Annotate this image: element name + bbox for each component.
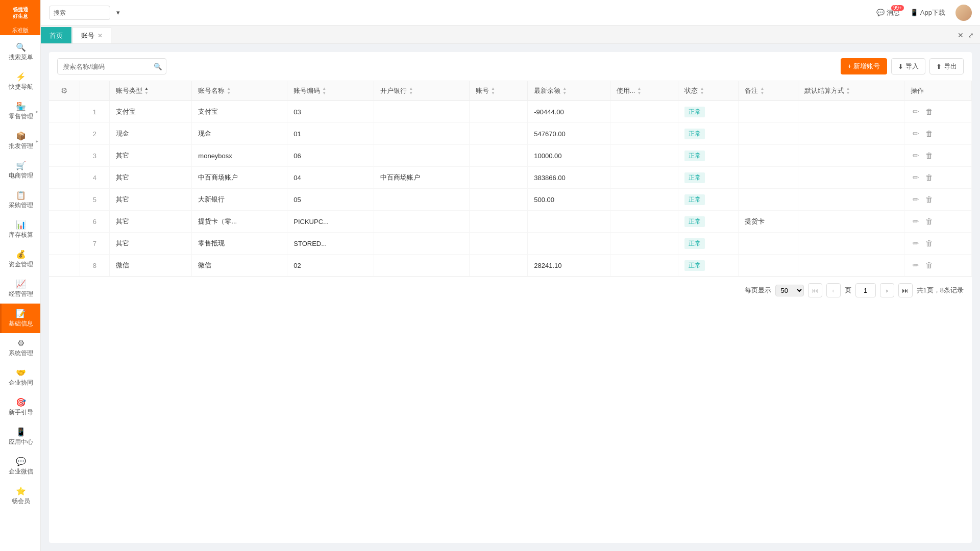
td-default-settlement: [798, 255, 904, 277]
edit-button[interactable]: ✏: [911, 238, 921, 249]
td-account-no: [470, 189, 528, 211]
status-badge: 正常: [684, 129, 705, 139]
th-account-code[interactable]: 账号编码 ▲ ▼: [287, 81, 374, 101]
sidebar-item-retail-mgmt[interactable]: 🏪 零售管理 ▸: [0, 96, 40, 126]
th-settings[interactable]: ⚙: [49, 81, 80, 101]
page-input[interactable]: [855, 283, 876, 297]
sidebar-item-vip-member[interactable]: ⭐ 畅会员: [0, 481, 40, 511]
logo-image: 畅捷通好生意: [8, 3, 33, 23]
td-account-code: 02: [287, 255, 374, 277]
delete-button[interactable]: 🗑: [923, 260, 935, 270]
sidebar-item-purchase-mgmt[interactable]: 📋 采购管理: [0, 185, 40, 215]
sidebar-item-ecommerce-mgmt[interactable]: 🛒 电商管理: [0, 156, 40, 185]
sidebar-item-capital-mgmt[interactable]: 💰 资金管理: [0, 244, 40, 274]
gear-icon[interactable]: ⚙: [61, 86, 67, 95]
edit-button[interactable]: ✏: [911, 106, 921, 117]
sidebar-item-label: 应用中心: [9, 438, 33, 446]
sidebar-item-search-menu[interactable]: 🔍 搜索菜单: [0, 37, 40, 67]
tab-maximize-icon[interactable]: ⤢: [968, 31, 974, 39]
sidebar-item-system-mgmt[interactable]: ⚙ 系统管理: [0, 333, 40, 363]
sidebar-item-app-center[interactable]: 📱 应用中心: [0, 422, 40, 452]
topbar-left: ▾: [49, 6, 120, 20]
td-account-no: [470, 255, 528, 277]
td-status: 正常: [678, 145, 739, 167]
td-settings-cell: [49, 211, 80, 233]
status-badge: 正常: [684, 151, 705, 161]
td-remark: [739, 255, 798, 277]
sidebar-item-enterprise-agree[interactable]: 🤝 企业协同: [0, 363, 40, 392]
td-account-name: 提货卡（零...: [192, 211, 287, 233]
search-input[interactable]: [58, 63, 150, 70]
tab-close-window-icon[interactable]: ✕: [958, 31, 964, 39]
td-actions: ✏ 🗑: [904, 101, 972, 123]
edit-button[interactable]: ✏: [911, 194, 921, 205]
sidebar-item-operations-mgmt[interactable]: 📈 经营管理: [0, 274, 40, 304]
edit-button[interactable]: ✏: [911, 150, 921, 161]
td-bank: [374, 233, 470, 255]
tab-account[interactable]: 账号 ✕: [72, 27, 111, 43]
retail-icon: 🏪: [16, 102, 26, 111]
message-icon: 💬: [876, 9, 885, 16]
edit-button[interactable]: ✏: [911, 260, 921, 271]
export-button[interactable]: ⬆ 导出: [929, 58, 964, 74]
td-actions: ✏ 🗑: [904, 233, 972, 255]
sort-icon: ▲ ▼: [846, 87, 850, 95]
page-size-select[interactable]: 50 20 100: [775, 285, 804, 296]
th-default-settlement[interactable]: 默认结算方式 ▲ ▼: [798, 81, 904, 101]
td-usage: [610, 101, 678, 123]
search-box: 🔍: [57, 58, 166, 74]
import-button[interactable]: ⬇ 导入: [891, 58, 925, 74]
delete-button[interactable]: 🗑: [923, 128, 935, 139]
sidebar-item-beginner-guide[interactable]: 🎯 新手引导: [0, 392, 40, 422]
first-page-button[interactable]: ⏮: [808, 283, 822, 297]
sort-icon: ▲ ▼: [491, 87, 495, 95]
sort-down-icon: ▼: [700, 91, 704, 95]
next-page-button[interactable]: ›: [880, 283, 894, 297]
edit-button[interactable]: ✏: [911, 216, 921, 227]
th-remark[interactable]: 备注 ▲ ▼: [739, 81, 798, 101]
delete-button[interactable]: 🗑: [923, 238, 935, 248]
sidebar-nav: 🔍 搜索菜单 ⚡ 快捷导航 🏪 零售管理 ▸ 📦 批发管理 ▸ 🛒 电商管理 📋…: [0, 35, 40, 551]
th-status[interactable]: 状态 ▲ ▼: [678, 81, 739, 101]
app-download-button[interactable]: 📱 App下载: [910, 8, 945, 17]
td-remark: [739, 145, 798, 167]
export-label: 导出: [944, 62, 957, 71]
delete-button[interactable]: 🗑: [923, 216, 935, 227]
message-button[interactable]: 💬 消息 99+: [876, 8, 900, 17]
table-row: 5 其它 大新银行 05 500.00 正常 ✏ 🗑: [49, 189, 972, 211]
tab-home[interactable]: 首页: [41, 27, 71, 43]
edit-button[interactable]: ✏: [911, 128, 921, 139]
td-default-settlement: [798, 167, 904, 189]
th-latest-balance[interactable]: 最新余额 ▲ ▼: [528, 81, 610, 101]
sort-icon: ▲ ▼: [144, 87, 149, 95]
beginner-icon: 🎯: [16, 397, 26, 407]
sidebar-item-inventory-check[interactable]: 📊 库存核算: [0, 215, 40, 244]
sidebar-item-enterprise-wechat[interactable]: 💬 企业微信: [0, 452, 40, 481]
td-account-type: 现金: [109, 123, 191, 145]
delete-button[interactable]: 🗑: [923, 106, 935, 117]
th-account-type[interactable]: 账号类型 ▲ ▼: [109, 81, 191, 101]
avatar[interactable]: [955, 5, 972, 21]
topbar-dropdown[interactable]: ▾: [116, 9, 120, 16]
edit-button[interactable]: ✏: [911, 172, 921, 183]
td-account-no: [470, 233, 528, 255]
last-page-button[interactable]: ⏭: [898, 283, 913, 297]
th-account-no[interactable]: 账号 ▲ ▼: [470, 81, 528, 101]
td-status: 正常: [678, 189, 739, 211]
sidebar-item-basic-info[interactable]: 📝 基础信息: [0, 304, 40, 333]
td-status: 正常: [678, 101, 739, 123]
topbar-search-input[interactable]: [49, 6, 110, 20]
sidebar-item-wholesale-mgmt[interactable]: 📦 批发管理 ▸: [0, 126, 40, 156]
th-bank[interactable]: 开户银行 ▲ ▼: [374, 81, 470, 101]
sidebar-item-quick-nav[interactable]: ⚡ 快捷导航: [0, 67, 40, 96]
system-icon: ⚙: [17, 338, 24, 348]
th-account-name[interactable]: 账号名称 ▲ ▼: [192, 81, 287, 101]
search-button[interactable]: 🔍: [150, 58, 166, 74]
delete-button[interactable]: 🗑: [923, 194, 935, 205]
delete-button[interactable]: 🗑: [923, 172, 935, 183]
th-usage[interactable]: 使用... ▲ ▼: [610, 81, 678, 101]
add-account-button[interactable]: + 新增账号: [841, 58, 887, 74]
prev-page-button[interactable]: ‹: [826, 283, 841, 297]
tab-close-icon[interactable]: ✕: [97, 33, 103, 39]
delete-button[interactable]: 🗑: [923, 150, 935, 161]
